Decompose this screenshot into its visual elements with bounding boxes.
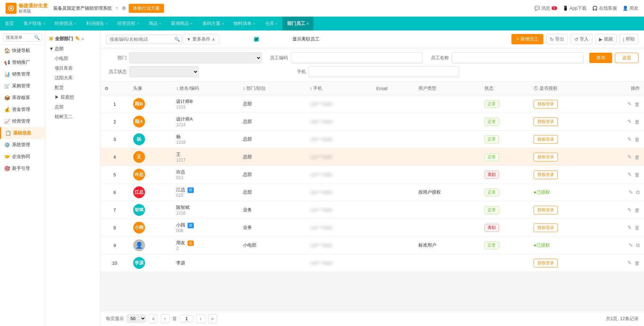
sidebar-item-marketing[interactable]: 📢 营销推广 [0, 56, 45, 68]
auth-button[interactable]: 授权登录 [534, 223, 558, 232]
close-icon[interactable]: × [74, 21, 76, 26]
dept-node-shenyang[interactable]: 沈阳大库 [45, 73, 100, 83]
tab-history[interactable]: 经营历程 × [112, 17, 144, 30]
sidebar-item-finance[interactable]: 💰 资金管理 [0, 104, 45, 115]
show-resigned-checkbox[interactable]: 显示离职员工 [222, 36, 319, 42]
import-button[interactable]: ↺ 导入 [571, 34, 592, 44]
sidebar-item-sales[interactable]: 📊 销售管理 [0, 68, 45, 80]
dept-node-peihuo[interactable]: 配货 [45, 83, 100, 92]
delete-icon[interactable]: 🗑 [635, 260, 640, 266]
delete-icon[interactable]: 🗑 [635, 101, 640, 107]
more-conditions-button[interactable]: ▼ 更多条件 ∧ [183, 34, 219, 44]
close-icon[interactable]: × [106, 21, 108, 26]
sidebar-item-management[interactable]: 📈 经营管理 [0, 115, 45, 127]
close-icon[interactable]: × [275, 21, 278, 26]
edit-icon[interactable]: ✎ [629, 242, 633, 248]
prev-page-button[interactable]: ‹ [161, 314, 170, 323]
help-button[interactable]: | 帮助 [619, 34, 638, 44]
close-icon[interactable]: × [222, 21, 224, 26]
dept-node-zongbu-child[interactable]: 总部 [45, 102, 100, 112]
try-button[interactable]: 体验行业方案 [129, 4, 164, 13]
page-input[interactable] [180, 315, 193, 322]
page-label: 首 [172, 316, 177, 322]
emp-status-select[interactable] [129, 66, 199, 77]
close-icon[interactable]: × [43, 21, 45, 26]
tab-bom[interactable]: 物料清单 × [229, 17, 260, 30]
export-button[interactable]: ↻ 导出 [546, 34, 568, 44]
auth-button[interactable]: 授权登录 [534, 100, 558, 108]
page-size-select[interactable]: 50 100 200 [127, 315, 146, 323]
collapse-dept-icon[interactable]: « [82, 36, 84, 41]
view-button[interactable]: ▶ 视频 [595, 34, 617, 44]
delete-icon[interactable]: 🗑 [635, 119, 640, 125]
delete-icon[interactable]: 🗑 [635, 207, 640, 213]
tab-add-goods[interactable]: 新增商品 × [166, 17, 197, 30]
emp-name-input[interactable] [452, 52, 584, 63]
auth-button[interactable]: 授权登录 [534, 259, 558, 267]
row-name: 设计师A 1214 [172, 113, 239, 131]
auth-button[interactable]: 授权登录 [534, 206, 558, 214]
edit-icon[interactable]: ✎ [627, 101, 632, 107]
dept-node-xiaodian[interactable]: 小电部 [45, 54, 100, 63]
delete-icon[interactable]: 🗑 [635, 225, 640, 231]
edit-icon[interactable]: ✎ [627, 136, 632, 142]
tab-customer[interactable]: 客户联络 × [19, 17, 50, 30]
app-download-button[interactable]: 📱 App下载 [563, 5, 587, 11]
delete-icon[interactable]: 🗑 [635, 172, 640, 178]
sidebar-item-quicknav[interactable]: 🏠 快捷导航 [0, 45, 45, 56]
edit-icon[interactable]: ✎ [627, 154, 632, 160]
tab-dept-employee[interactable]: 部门员工 × [282, 17, 314, 30]
online-service-button[interactable]: 🎧 在线客服 [592, 5, 617, 11]
sidebar-item-collab[interactable]: 🤝 企业协同 [0, 151, 45, 162]
close-icon[interactable]: × [253, 21, 255, 26]
gear-icon[interactable]: ⚙ [122, 6, 126, 11]
next-page-button[interactable]: › [196, 314, 205, 323]
tab-business[interactable]: 经营情况 × [50, 17, 81, 30]
phone-input[interactable] [309, 66, 459, 77]
sidebar-item-basic-info[interactable]: 📋 基础信息 [0, 127, 45, 139]
dept-select[interactable] [129, 52, 262, 63]
first-page-button[interactable]: « [149, 314, 158, 323]
delete-icon[interactable]: 🗑 [635, 154, 640, 160]
edit-icon[interactable]: ✎ [629, 189, 633, 195]
delete-icon[interactable]: 🗑 [635, 136, 640, 142]
auth-button[interactable]: 授权登录 [534, 153, 558, 161]
close-icon[interactable]: × [307, 21, 309, 26]
search-button[interactable]: 查询 [589, 53, 612, 63]
dept-node-zongbu-parent[interactable]: ▼ 总部 [45, 44, 100, 54]
last-page-button[interactable]: » [208, 314, 217, 323]
auth-button[interactable]: 授权登录 [534, 117, 558, 126]
edit-icon[interactable]: ✎ [627, 171, 632, 178]
dept-node-project[interactable]: 项目库房 [45, 63, 100, 73]
edit-icon[interactable]: ✎ [627, 118, 632, 125]
auth-button[interactable]: 授权登录 [534, 170, 558, 179]
close-icon[interactable]: × [190, 21, 192, 26]
sidebar-item-purchase[interactable]: 🛒 采购管理 [0, 80, 45, 92]
auth-button[interactable]: 授权登录 [534, 135, 558, 144]
sidebar-item-guide[interactable]: 🎯 新手引导 [0, 162, 45, 174]
edit-dept-icon[interactable]: ✎ [75, 35, 80, 42]
user-button[interactable]: 👤 用友 [623, 5, 638, 11]
close-icon[interactable]: × [137, 21, 139, 26]
edit-icon[interactable]: ✎ [627, 224, 632, 231]
dept-node-shuanglu[interactable]: ▶ 双鹿想 [45, 92, 100, 102]
show-resigned-input[interactable] [222, 37, 291, 42]
copy-icon[interactable]: ⧉ [636, 242, 640, 248]
copy-icon[interactable]: ⧉ [636, 189, 640, 195]
tab-home[interactable]: 首页 [0, 17, 19, 30]
emp-code-input[interactable] [291, 52, 423, 63]
dept-node-zhishu[interactable]: 植树王二 [45, 112, 100, 122]
close-icon[interactable]: × [159, 21, 161, 26]
edit-icon[interactable]: ✎ [627, 207, 632, 213]
search-input[interactable] [106, 35, 182, 44]
sidebar-item-system[interactable]: ⚙️ 系统管理 [0, 139, 45, 151]
set-button[interactable]: 设置 [615, 53, 638, 63]
sidebar-item-inventory[interactable]: 📦 库存核算 [0, 92, 45, 104]
tab-barcode[interactable]: 条码方案 × [198, 17, 229, 30]
tab-goods[interactable]: 商品 × [144, 17, 166, 30]
add-employee-button[interactable]: + 新增员工 [511, 34, 543, 44]
tab-warehouse[interactable]: 仓库 × [260, 17, 282, 30]
tab-profit[interactable]: 利润报告 × [81, 17, 112, 30]
edit-icon[interactable]: ✎ [627, 260, 632, 266]
message-button[interactable]: 💬 消息 5 [534, 5, 557, 11]
